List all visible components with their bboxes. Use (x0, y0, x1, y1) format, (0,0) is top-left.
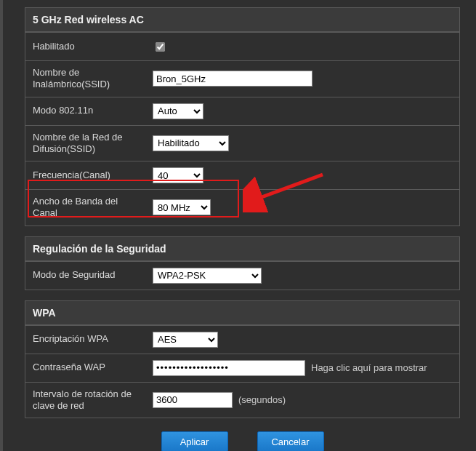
settings-page: 5 GHz Red wireless AC Habilitado Nombre … (0, 0, 476, 451)
security-mode-label: Modo de Seguridad (25, 263, 145, 287)
row-enabled: Habilitado (25, 32, 459, 60)
wpa-password-label: Contraseña WAP (25, 356, 145, 379)
section-5ghz-title: 5 GHz Red wireless AC (25, 8, 459, 32)
bandwidth-label: Ancho de Banda del Canal (25, 190, 145, 226)
enabled-label: Habilitado (25, 35, 145, 58)
section-security-title: Regulación de la Seguridad (25, 237, 459, 261)
security-mode-select[interactable]: WPA2-PSK (153, 268, 262, 284)
row-ssid: Nombre de Inalámbrico(SSID) (25, 60, 459, 97)
row-security-mode: Modo de Seguridad WPA2-PSK (25, 261, 459, 290)
mode-select[interactable]: Auto (153, 103, 203, 119)
rekey-label: Intervalo de rotación de clave de red (25, 383, 145, 418)
section-wpa-title: WPA (25, 301, 459, 325)
rekey-unit: (segundos) (238, 394, 286, 405)
section-5ghz: 5 GHz Red wireless AC Habilitado Nombre … (25, 7, 460, 226)
wpa-enc-select[interactable]: AES (153, 332, 218, 348)
enabled-checkbox[interactable] (156, 42, 165, 52)
channel-select[interactable]: 40 (153, 167, 203, 183)
section-wpa: WPA Encriptación WPA AES Contraseña WAP … (25, 300, 460, 419)
wpa-password-hint[interactable]: Haga clic aquí para mostrar (311, 362, 427, 373)
row-wpa-enc: Encriptación WPA AES (25, 325, 459, 354)
broadcast-label: Nombre de la Red de Difusión(SSID) (25, 126, 145, 161)
button-row: Aplicar Cancelar (25, 431, 460, 451)
section-security: Regulación de la Seguridad Modo de Segur… (25, 236, 460, 290)
row-bandwidth: Ancho de Banda del Canal 80 MHz (25, 189, 459, 226)
row-rekey: Intervalo de rotación de clave de red (s… (25, 382, 459, 418)
ssid-label: Nombre de Inalámbrico(SSID) (25, 61, 145, 97)
broadcast-select[interactable]: Habilitado (153, 135, 229, 151)
row-mode: Modo 802.11n Auto (25, 97, 459, 125)
rekey-input[interactable] (153, 392, 233, 408)
row-broadcast: Nombre de la Red de Difusión(SSID) Habil… (25, 125, 459, 161)
wpa-enc-label: Encriptación WPA (25, 327, 145, 351)
row-wpa-password: Contraseña WAP Haga clic aquí para mostr… (25, 354, 459, 382)
cancel-button[interactable]: Cancelar (257, 431, 324, 451)
mode-label: Modo 802.11n (25, 99, 145, 122)
row-channel: Frecuencia(Canal) 40 (25, 161, 459, 189)
channel-label: Frecuencia(Canal) (25, 164, 145, 187)
apply-button[interactable]: Aplicar (161, 431, 228, 451)
bandwidth-select[interactable]: 80 MHz (153, 199, 211, 215)
wpa-password-input[interactable] (153, 360, 305, 376)
ssid-input[interactable] (153, 71, 312, 87)
